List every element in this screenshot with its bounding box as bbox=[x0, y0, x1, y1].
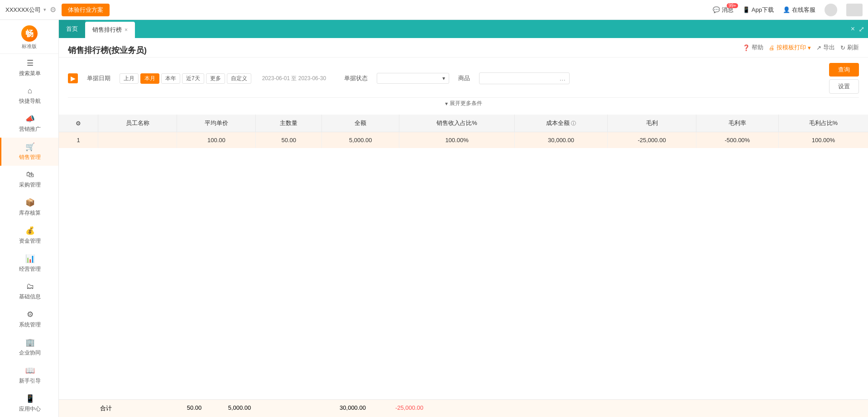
page-content: 销售排行榜(按业务员) ❓ 帮助 🖨 按模板打印 ▾ ↗ 导出 bbox=[59, 38, 868, 417]
sidebar-label-operations: 经营管理 bbox=[19, 265, 41, 273]
sidebar-item-basic-info[interactable]: 🗂 基础信息 bbox=[0, 278, 58, 305]
refresh-label: 刷新 bbox=[847, 43, 859, 52]
footer-cost: 30,000.00 bbox=[323, 404, 382, 412]
sidebar-label-system: 系统管理 bbox=[19, 321, 41, 329]
print-btn[interactable]: 🖨 按模板打印 ▾ bbox=[769, 43, 811, 52]
finance-icon: 💰 bbox=[25, 226, 35, 235]
sidebar-item-search[interactable]: ☰ 搜索菜单 bbox=[0, 54, 58, 82]
help-icon: ❓ bbox=[743, 44, 750, 51]
company-chevron-icon: ▾ bbox=[43, 7, 46, 13]
sidebar-item-guide[interactable]: 📖 新手引导 bbox=[0, 361, 58, 389]
query-button[interactable]: 查询 bbox=[829, 63, 859, 77]
expand-icon: ▾ bbox=[445, 101, 448, 107]
tab-maximize-icon[interactable]: ⤢ bbox=[858, 25, 864, 34]
table-row: 1 100.00 50.00 5,000.00 100.00% 30,000.0… bbox=[59, 132, 868, 149]
cell-rank: 1 bbox=[59, 132, 98, 149]
settings-icon: ⚙ bbox=[76, 120, 81, 127]
app-icon: 📱 bbox=[743, 6, 750, 13]
sidebar-item-app-center[interactable]: 📱 应用中心 bbox=[0, 389, 58, 417]
sidebar-item-enterprise[interactable]: 🏢 企业协同 bbox=[0, 333, 58, 361]
sidebar-logo: 畅 标准版 bbox=[0, 20, 58, 54]
content-area: 首页 销售排行榜 × × ⤢ 销售排行榜(按业务员) ❓ 帮助 bbox=[59, 20, 868, 417]
sidebar-item-operations[interactable]: 📊 经营管理 bbox=[0, 249, 58, 278]
date-range-display: 2023-06-01 至 2023-06-30 bbox=[262, 75, 326, 82]
sidebar-label-basic: 基础信息 bbox=[19, 293, 41, 301]
tab-sales-ranking[interactable]: 销售排行榜 × bbox=[85, 22, 135, 38]
print-label: 按模板打印 bbox=[777, 43, 806, 52]
message-btn[interactable]: 💬 消息 99+ bbox=[713, 6, 734, 14]
data-table: ⚙ 员工名称 平均单价 主数量 全额 销售收入占比% 成本全额 ⓘ 毛利 毛利率… bbox=[59, 115, 868, 148]
filter-area: ▶ 单据日期 上月 本月 本年 近7天 更多 自定义 2023-06-01 至 … bbox=[59, 58, 868, 115]
sidebar-label-search: 搜索菜单 bbox=[19, 70, 41, 77]
col-sales-pct: 销售收入占比% bbox=[399, 115, 515, 132]
sidebar-item-quick-nav[interactable]: ⌂ 快捷导航 bbox=[0, 82, 58, 110]
main-layout: 畅 标准版 ☰ 搜索菜单 ⌂ 快捷导航 📣 营销推广 🛒 销售管理 🛍 采购管理… bbox=[0, 20, 868, 417]
status-filter-select[interactable]: ▾ bbox=[377, 73, 449, 84]
user-avatar[interactable] bbox=[825, 4, 837, 16]
date-year-btn[interactable]: 本年 bbox=[161, 73, 180, 84]
top-bar: XXXXXX公司 ▾ ⚙ 体验行业方案 💬 消息 99+ 📱 App下载 👤 在… bbox=[0, 0, 868, 20]
goods-ellipsis-icon[interactable]: … bbox=[559, 75, 566, 82]
filter-row: ▶ 单据日期 上月 本月 本年 近7天 更多 自定义 2023-06-01 至 … bbox=[68, 63, 859, 94]
message-badge: 99+ bbox=[727, 3, 738, 8]
filter-collapse-btn[interactable]: ▶ bbox=[68, 73, 78, 83]
date-cur-month-btn[interactable]: 本月 bbox=[140, 73, 159, 84]
date-7days-btn[interactable]: 近7天 bbox=[182, 73, 204, 84]
cell-sales-pct: 100.00% bbox=[399, 132, 515, 149]
refresh-icon: ↻ bbox=[840, 44, 845, 51]
top-right-actions: 💬 消息 99+ 📱 App下载 👤 在线客服 bbox=[713, 4, 863, 16]
cell-amount: 5,000.00 bbox=[322, 132, 399, 149]
sidebar-label-app: 应用中心 bbox=[19, 405, 41, 413]
help-btn[interactable]: ❓ 帮助 bbox=[743, 43, 763, 52]
sidebar-item-system[interactable]: ⚙ 系统管理 bbox=[0, 305, 58, 333]
cell-gross-rate: -500.00% bbox=[696, 132, 778, 149]
logo-subtitle: 标准版 bbox=[22, 43, 37, 50]
table-header-row: ⚙ 员工名称 平均单价 主数量 全额 销售收入占比% 成本全额 ⓘ 毛利 毛利率… bbox=[59, 115, 868, 132]
goods-filter-input[interactable]: … bbox=[479, 72, 570, 84]
cell-gross-pct: 100.00% bbox=[778, 132, 868, 149]
app-center-icon: 📱 bbox=[25, 394, 35, 403]
page-header-actions: ❓ 帮助 🖨 按模板打印 ▾ ↗ 导出 ↻ 刷新 bbox=[743, 43, 859, 57]
sidebar-label-guide: 新手引导 bbox=[19, 377, 41, 385]
col-avg-price: 平均单价 bbox=[177, 115, 256, 132]
topbar-gear-icon[interactable]: ⚙ bbox=[50, 5, 56, 14]
col-settings[interactable]: ⚙ bbox=[59, 115, 98, 132]
sidebar-item-inventory[interactable]: 📦 库存核算 bbox=[0, 193, 58, 221]
page-title: 销售排行榜(按业务员) bbox=[68, 45, 147, 56]
col-name: 员工名称 bbox=[98, 115, 177, 132]
refresh-btn[interactable]: ↻ 刷新 bbox=[840, 43, 859, 52]
message-icon: 💬 bbox=[713, 6, 720, 13]
sidebar-label-sales: 销售管理 bbox=[19, 153, 41, 161]
tab-bar: 首页 销售排行榜 × × ⤢ bbox=[59, 20, 868, 38]
trial-button[interactable]: 体验行业方案 bbox=[62, 4, 110, 16]
company-name: XXXXXX公司 bbox=[5, 6, 41, 14]
user-name-btn[interactable] bbox=[846, 4, 863, 16]
sidebar-item-sales[interactable]: 🛒 销售管理 bbox=[0, 138, 58, 166]
search-menu-icon: ☰ bbox=[27, 58, 34, 68]
sidebar-item-finance[interactable]: 💰 资金管理 bbox=[0, 221, 58, 249]
tab-minimize-icon[interactable]: × bbox=[851, 25, 855, 33]
expand-label: 展开更多条件 bbox=[450, 100, 482, 107]
company-selector[interactable]: XXXXXX公司 ▾ bbox=[5, 6, 46, 14]
sidebar-item-marketing[interactable]: 📣 营销推广 bbox=[0, 110, 58, 138]
date-filter-label: 单据日期 bbox=[87, 74, 110, 82]
export-btn[interactable]: ↗ 导出 bbox=[816, 43, 835, 52]
sidebar-item-purchase[interactable]: 🛍 采购管理 bbox=[0, 166, 58, 193]
settings-button[interactable]: 设置 bbox=[829, 79, 859, 94]
marketing-icon: 📣 bbox=[25, 114, 35, 124]
cell-avg-price: 100.00 bbox=[177, 132, 256, 149]
sidebar: 畅 标准版 ☰ 搜索菜单 ⌂ 快捷导航 📣 营销推广 🛒 销售管理 🛍 采购管理… bbox=[0, 20, 59, 417]
date-custom-btn[interactable]: 自定义 bbox=[227, 73, 251, 84]
app-download-btn[interactable]: 📱 App下载 bbox=[743, 6, 774, 14]
date-more-btn[interactable]: 更多 bbox=[206, 73, 225, 84]
online-service-btn[interactable]: 👤 在线客服 bbox=[783, 6, 815, 14]
footer-amount: 5,000.00 bbox=[215, 404, 264, 412]
col-gross-rate: 毛利率 bbox=[696, 115, 778, 132]
table-footer: 合计 50.00 5,000.00 30,000.00 -25,000.00 bbox=[59, 399, 868, 417]
tab-close-icon[interactable]: × bbox=[125, 27, 128, 33]
tab-home[interactable]: 首页 bbox=[59, 20, 85, 38]
date-prev-month-btn[interactable]: 上月 bbox=[120, 73, 139, 84]
expand-conditions-btn[interactable]: ▾ 展开更多条件 bbox=[68, 97, 859, 109]
date-filter-buttons: 上月 本月 本年 近7天 更多 自定义 bbox=[120, 73, 251, 84]
active-tab-label: 销售排行榜 bbox=[92, 26, 122, 34]
